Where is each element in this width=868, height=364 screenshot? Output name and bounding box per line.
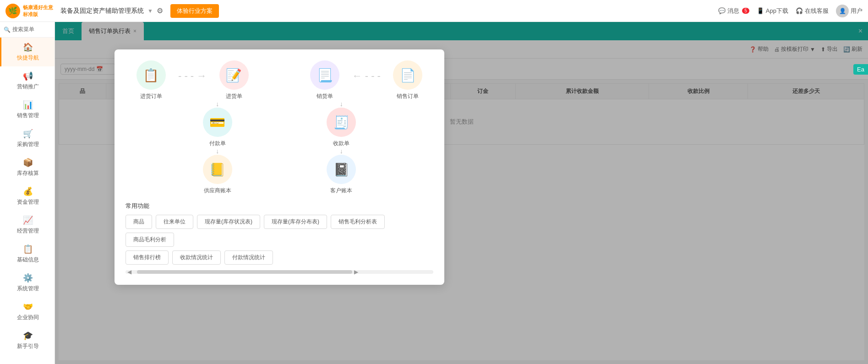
sidebar-item-marketing[interactable]: 📢 营销推广 bbox=[0, 66, 55, 95]
sidebar: 🔍 搜索菜单 🏠 快捷导航 📢 营销推广 📊 销售管理 🛒 采购管理 📦 库存核… bbox=[0, 22, 55, 364]
app-download-btn[interactable]: 📱 App下载 bbox=[757, 7, 788, 15]
message-icon: 💬 bbox=[718, 7, 726, 14]
func-btn-payment-stats[interactable]: 付款情况统计 bbox=[224, 250, 273, 265]
logo-text: 畅康通好生意 标准版 bbox=[23, 4, 53, 17]
system-title-text: 装备及固定资产辅助管理系统 bbox=[60, 7, 144, 15]
content-area: 首页 销售订单执行表 × × ❓ 帮助 🖨 按模板打印 ▼ ⬆ 导出 bbox=[55, 22, 868, 364]
sidebar-item-basic-info[interactable]: 📋 基础信息 bbox=[0, 239, 55, 268]
sidebar-item-system[interactable]: ⚙️ 系统管理 bbox=[0, 268, 55, 297]
sidebar-item-finance[interactable]: 💰 资金管理 bbox=[0, 182, 55, 211]
home-icon: 🏠 bbox=[23, 42, 33, 52]
flow-down-purchase-bill: ↓ bbox=[203, 100, 232, 108]
sidebar-item-newbie[interactable]: 🎓 新手引导 bbox=[0, 326, 55, 355]
func-btn-goods-profit[interactable]: 商品毛利分析 bbox=[126, 233, 174, 247]
topbar-right: 💬 消息 5 📱 App下载 🎧 在线客服 👤 用户 bbox=[718, 5, 863, 17]
sidebar-item-purchase[interactable]: 🛒 采购管理 bbox=[0, 124, 55, 153]
flow-circle-sales-bill: 📃 bbox=[310, 60, 339, 90]
flow-node-sales-order[interactable]: 📄 销售订单 bbox=[393, 60, 422, 100]
scroll-left-icon[interactable]: ◀ bbox=[126, 269, 133, 275]
flow-row-arrows: ↓ ↓ bbox=[130, 100, 429, 108]
flow-row-2: 💳 付款单 🧾 收款单 bbox=[130, 108, 429, 147]
main-layout: 🔍 搜索菜单 🏠 快捷导航 📢 营销推广 📊 销售管理 🛒 采购管理 📦 库存核… bbox=[0, 22, 868, 364]
flow-node-customer-ledger[interactable]: 📓 客户账本 bbox=[327, 155, 356, 195]
newbie-icon: 🎓 bbox=[23, 331, 33, 341]
message-badge: 5 bbox=[742, 8, 749, 14]
func-btn-receipt-stats[interactable]: 收款情况统计 bbox=[172, 250, 221, 265]
download-icon: 📱 bbox=[757, 7, 764, 14]
func-btn-sales-profit[interactable]: 销售毛利分析表 bbox=[331, 215, 385, 229]
system-icon: ⚙️ bbox=[23, 273, 33, 283]
flow-node-payment-bill[interactable]: 💳 付款单 bbox=[203, 108, 232, 147]
common-functions-section: 常用功能 商品 往来单位 现存量(库存状况表) 现存量(库存分布表) 销售毛利分… bbox=[126, 202, 433, 265]
sidebar-item-sales[interactable]: 📊 销售管理 bbox=[0, 95, 55, 124]
flow-circle-purchase-order: 📋 bbox=[136, 60, 166, 90]
flow-circle-purchase-bill: 📝 bbox=[219, 60, 249, 90]
headset-icon: 🎧 bbox=[796, 7, 803, 14]
online-service-btn[interactable]: 🎧 在线客服 bbox=[796, 7, 829, 15]
scrollbar-thumb[interactable] bbox=[137, 270, 352, 274]
search-icon: 🔍 bbox=[4, 27, 11, 33]
scroll-right-icon[interactable]: ▶ bbox=[352, 269, 360, 275]
logo-area: 🌿 畅康通好生意 标准版 bbox=[5, 4, 60, 18]
flow-node-supplier-ledger[interactable]: 📒 供应商账本 bbox=[203, 155, 232, 195]
flow-arrow-sales-order-to-bill: ← - - - bbox=[352, 70, 381, 82]
basic-info-icon: 📋 bbox=[23, 244, 33, 254]
func-btn-partner[interactable]: 往来单位 bbox=[156, 215, 193, 229]
finance-icon: 💰 bbox=[23, 186, 33, 196]
common-functions-title: 常用功能 bbox=[126, 202, 433, 210]
sales-icon: 📊 bbox=[23, 100, 33, 110]
flow-container: 📋 进货订单 - - - → 📝 进货单 bbox=[126, 60, 433, 195]
message-btn[interactable]: 💬 消息 5 bbox=[718, 7, 749, 15]
flow-node-sales-bill[interactable]: 📃 销货单 bbox=[310, 60, 339, 100]
sidebar-item-enterprise[interactable]: 🤝 企业协同 bbox=[0, 297, 55, 326]
flow-row-3-arrows: ↓ ↓ bbox=[130, 147, 429, 155]
sidebar-item-inventory[interactable]: 📦 库存核算 bbox=[0, 153, 55, 182]
system-title-area: 装备及固定资产辅助管理系统 ▼ ⚙ 体验行业方案 bbox=[60, 4, 718, 18]
flow-row-3: 📒 供应商账本 📓 客户账本 bbox=[130, 155, 429, 195]
experience-btn[interactable]: 体验行业方案 bbox=[170, 4, 219, 18]
func-btn-stock-dist[interactable]: 现存量(库存分布表) bbox=[264, 215, 327, 229]
flow-node-purchase-order[interactable]: 📋 进货订单 bbox=[136, 60, 166, 100]
system-title-chevron-icon[interactable]: ▼ bbox=[147, 8, 153, 14]
flow-down-sales-bill: ↓ bbox=[327, 100, 356, 108]
flow-circle-supplier-ledger: 📒 bbox=[203, 155, 232, 184]
flow-row-1: 📋 进货订单 - - - → 📝 进货单 bbox=[130, 60, 429, 100]
settings-gear-icon[interactable]: ⚙ bbox=[157, 6, 163, 15]
inventory-icon: 📦 bbox=[23, 158, 33, 168]
sidebar-item-quick-nav[interactable]: 🏠 快捷导航 bbox=[0, 38, 55, 66]
func-btn-sales-rank[interactable]: 销售排行榜 bbox=[126, 250, 169, 265]
flow-circle-sales-order: 📄 bbox=[393, 60, 422, 90]
operations-icon: 📈 bbox=[23, 215, 33, 225]
sidebar-item-operations[interactable]: 📈 经营管理 bbox=[0, 211, 55, 239]
user-menu[interactable]: 👤 用户 bbox=[836, 5, 863, 17]
flow-node-receipt-bill[interactable]: 🧾 收款单 bbox=[327, 108, 356, 147]
flow-circle-customer-ledger: 📓 bbox=[327, 155, 356, 184]
flow-circle-receipt-bill: 🧾 bbox=[327, 108, 356, 137]
flow-circle-payment-bill: 💳 bbox=[203, 108, 232, 137]
func-btn-stock-status[interactable]: 现存量(库存状况表) bbox=[197, 215, 260, 229]
logo-icon: 🌿 bbox=[5, 4, 20, 18]
purchase-icon: 🛒 bbox=[23, 129, 33, 139]
modal-box: 📋 进货订单 - - - → 📝 进货单 bbox=[115, 49, 444, 285]
func-buttons-row-1: 商品 往来单位 现存量(库存状况表) 现存量(库存分布表) 销售毛利分析表 商品… bbox=[126, 215, 433, 247]
flow-arrow-purchase-order-to-bill: - - - → bbox=[178, 70, 207, 82]
modal-scrollbar[interactable]: ◀ ▶ bbox=[126, 270, 433, 274]
enterprise-icon: 🤝 bbox=[23, 302, 33, 312]
modal-overlay: 📋 进货订单 - - - → 📝 进货单 bbox=[55, 22, 868, 364]
topbar: 🌿 畅康通好生意 标准版 装备及固定资产辅助管理系统 ▼ ⚙ 体验行业方案 💬 … bbox=[0, 0, 868, 22]
flow-node-purchase-bill[interactable]: 📝 进货单 bbox=[219, 60, 249, 100]
marketing-icon: 📢 bbox=[23, 71, 33, 81]
ea-badge[interactable]: Ea bbox=[853, 64, 868, 75]
func-btn-goods[interactable]: 商品 bbox=[126, 215, 152, 229]
avatar: 👤 bbox=[836, 5, 849, 17]
func-buttons-row-2: 销售排行榜 收款情况统计 付款情况统计 bbox=[126, 250, 433, 265]
sidebar-search[interactable]: 🔍 搜索菜单 bbox=[0, 22, 55, 38]
